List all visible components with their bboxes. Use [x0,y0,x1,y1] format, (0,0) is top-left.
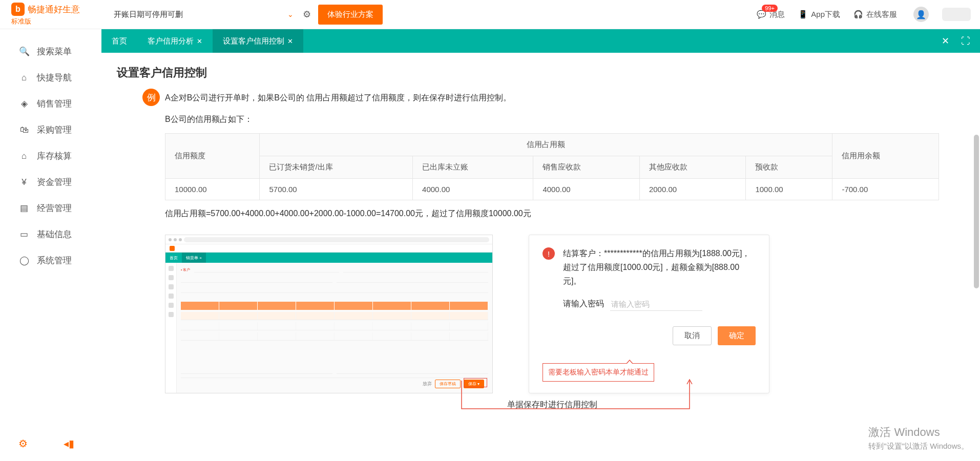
top-header: b 畅捷通好生意 标准版 开账日期可停用可删 ⌄ ⚙ 体验行业方案 💬 消息 9… [0,0,980,29]
intro-text: A企对B公司进行开单时，如果B公司的 信用占用额超过了信用额度，则在保存时进行信… [165,93,511,102]
user-menu[interactable] [942,8,971,21]
th-sub4: 其他应收款 [639,156,746,179]
sidebar-footer: ⚙ ◂▮ [0,426,101,461]
password-input[interactable] [610,298,702,311]
cell-c4: 2000.00 [639,179,746,200]
app-download-label: App下载 [811,10,840,19]
example-intro: 例A企对B公司进行开单时，如果B公司的 信用占用额超过了信用额度，则在保存时进行… [142,90,939,107]
tab-credit-analysis[interactable]: 客户信用分析 ✕ [137,29,213,53]
sidebar-item-label: 采购管理 [37,124,72,136]
brand-name: 畅捷通好生意 [28,4,80,15]
illustration-caption: 单据保存时进行信用控制 [142,400,939,410]
sub-text: B公司的信用额占如下： [142,114,939,125]
th-sub2: 已出库未立账 [413,156,533,179]
phone-icon: 📱 [798,10,808,19]
close-icon[interactable]: ✕ [197,37,202,45]
tab-label: 设置客户信用控制 [223,36,284,46]
tab-credit-control-settings[interactable]: 设置客户信用控制 ✕ [213,29,303,53]
doc-icon: ▤ [18,203,30,214]
credit-table: 信用额度 信用占用额 信用用余额 已订货未销货/出库 已出库未立账 销售应收款 … [165,133,939,200]
sidebar-item-search[interactable]: 🔍 搜索菜单 [0,38,101,65]
close-icon[interactable]: ✕ [287,37,293,45]
embedded-screenshot: 首页销货单 × • 客户 [165,235,493,393]
page-body: 设置客户信用控制 例A企对B公司进行开单时，如果B公司的 信用占用额超过了信用额… [101,53,980,461]
collapse-sidebar-icon[interactable]: ◂▮ [64,437,74,450]
save-button-highlight-box [464,378,487,387]
sidebar-item-label: 搜索菜单 [37,46,72,57]
calculation-text: 信用占用额=5700.00+4000.00+4000.00+2000.00-10… [142,208,939,219]
tabs-bar: 首页 客户信用分析 ✕ 设置客户信用控制 ✕ ✕ ⛶ [101,29,980,53]
home-icon: ⌂ [18,72,30,83]
online-service-button[interactable]: 🎧 在线客服 [853,10,897,19]
sidebar-item-label: 销售管理 [37,98,72,110]
account-selector[interactable]: 开账日期可停用可删 ⌄ [114,10,294,19]
sidebar-item-label: 基础信息 [37,228,72,240]
online-service-label: 在线客服 [866,10,897,19]
tab-label: 客户信用分析 [148,36,194,46]
cell-credit: 10000.00 [165,179,260,200]
confirm-button[interactable]: 确定 [718,326,756,345]
fullscreen-button[interactable]: ⛶ [955,31,976,51]
app-download-button[interactable]: 📱 App下载 [798,10,840,19]
scrollbar-thumb[interactable] [974,135,979,288]
th-balance: 信用用余额 [832,134,939,179]
sidebar-item-system[interactable]: ◯ 系统管理 [0,247,101,274]
sidebar-item-operation[interactable]: ▤ 经营管理 [0,195,101,221]
brand-subtitle: 标准版 [11,17,31,26]
sidebar-item-label: 经营管理 [37,202,72,214]
th-usage-group: 信用占用额 [260,134,832,156]
user-avatar[interactable]: 👤 [913,7,929,22]
cell-c1: 5700.00 [260,179,413,200]
logo-area: b 畅捷通好生意 标准版 [0,3,101,26]
dialog-message: 结算客户：************的信用占用额为[1888.00元]，超过了信用… [563,246,756,288]
coin-icon: ¥ [18,177,30,188]
sidebar-item-inventory[interactable]: ⌂ 库存核算 [0,143,101,169]
th-sub3: 销售应收款 [533,156,640,179]
tag-icon: ◈ [18,98,30,110]
th-sub5: 预收款 [746,156,832,179]
headset-icon: 🎧 [853,10,863,19]
settings-icon[interactable]: ⚙ [18,437,28,450]
credit-warning-dialog: ! 结算客户：************的信用占用额为[1888.00元]，超过了… [529,235,769,393]
cta-industry-plan-button[interactable]: 体验行业方案 [318,5,383,25]
sidebar: 🔍 搜索菜单 ⌂ 快捷导航 ◈ 销售管理 🛍 采购管理 ⌂ 库存核算 ¥ 资金管… [0,29,101,461]
tab-home[interactable]: 首页 [101,29,137,53]
sidebar-item-label: 库存核算 [37,150,72,162]
close-all-tabs-button[interactable]: ✕ [935,31,955,51]
password-callout: 需要老板输入密码本单才能通过 [543,363,654,382]
th-credit: 信用额度 [165,134,260,179]
sidebar-item-basicinfo[interactable]: ▭ 基础信息 [0,221,101,247]
card-icon: ▭ [18,229,30,240]
sidebar-item-sales[interactable]: ◈ 销售管理 [0,91,101,117]
cart-icon: 🛍 [18,124,30,136]
search-icon: 🔍 [18,46,30,57]
table-row: 10000.00 5700.00 4000.00 4000.00 2000.00… [165,179,939,200]
messages-button[interactable]: 💬 消息 99+ [757,10,785,19]
cell-c2: 4000.00 [413,179,533,200]
header-actions: 💬 消息 99+ 📱 App下载 🎧 在线客服 👤 [757,7,971,22]
page-title: 设置客户信用控制 [117,65,965,80]
account-selector-label: 开账日期可停用可删 [114,10,183,19]
example-badge-icon: 例 [142,89,160,106]
brand-logo-icon: b [11,3,25,16]
cancel-button[interactable]: 取消 [673,326,712,345]
sidebar-item-funds[interactable]: ¥ 资金管理 [0,169,101,195]
cell-balance: -700.00 [832,179,939,200]
cell-c5: 1000.00 [746,179,832,200]
settings-gear-icon[interactable]: ⚙ [303,9,311,20]
content-area: 首页 客户信用分析 ✕ 设置客户信用控制 ✕ ✕ ⛶ 设置客户信用控制 例A企对… [101,29,980,461]
sidebar-item-purchase[interactable]: 🛍 采购管理 [0,117,101,143]
warehouse-icon: ⌂ [18,151,30,162]
chevron-down-icon: ⌄ [287,10,294,18]
messages-badge: 99+ [762,5,778,12]
warning-icon: ! [543,247,555,260]
sidebar-item-label: 资金管理 [37,176,72,188]
sidebar-item-label: 系统管理 [37,255,72,266]
sidebar-item-label: 快捷导航 [37,72,72,83]
cell-c3: 4000.00 [533,179,640,200]
illustration-row: 首页销货单 × • 客户 [142,235,939,393]
password-label: 请输入密码 [563,299,604,309]
th-sub1: 已订货未销货/出库 [260,156,413,179]
gear-icon: ◯ [18,255,30,266]
sidebar-item-quicknav[interactable]: ⌂ 快捷导航 [0,65,101,91]
